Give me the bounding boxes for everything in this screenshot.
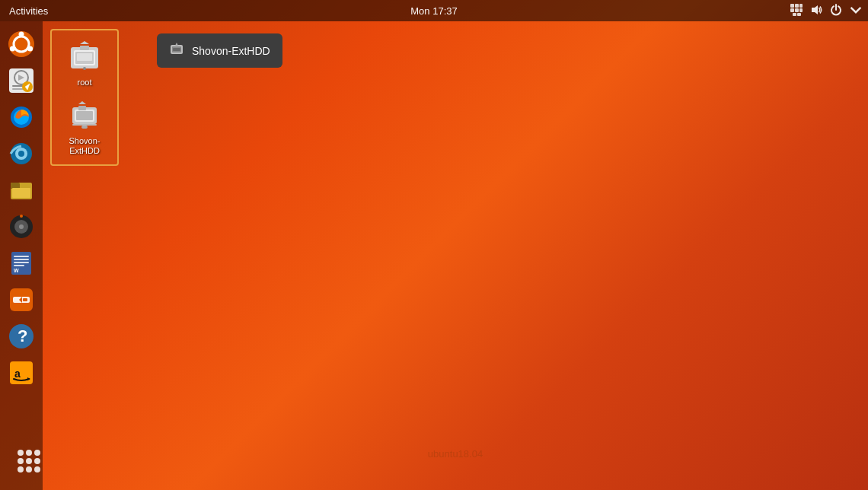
root-icon-label: root: [78, 78, 92, 88]
svg-rect-57: [80, 46, 89, 50]
desktop-icon-shovon-exthdd[interactable]: Shovon-ExtHDD: [54, 94, 115, 159]
svg-rect-66: [72, 124, 97, 126]
dock-item-ubuntu[interactable]: [5, 27, 38, 61]
svg-rect-51: [173, 48, 180, 51]
exthdd-drive-icon: [66, 97, 103, 133]
show-applications-button[interactable]: [15, 447, 43, 475]
system-menu-arrow-icon[interactable]: [850, 4, 862, 18]
svg-marker-52: [175, 43, 178, 46]
svg-rect-2: [799, 4, 803, 8]
svg-rect-6: [793, 13, 796, 16]
svg-rect-65: [81, 126, 88, 129]
appcenter-icon: [8, 286, 35, 313]
svg-marker-8: [812, 5, 818, 14]
svg-point-25: [18, 151, 24, 157]
svg-rect-7: [797, 13, 801, 16]
files-icon: [8, 177, 35, 204]
svg-text:W: W: [14, 268, 19, 273]
root-drive-icon: [66, 38, 103, 75]
svg-rect-0: [790, 4, 794, 8]
svg-rect-28: [11, 183, 20, 187]
svg-rect-29: [12, 188, 30, 198]
dock-item-appcenter[interactable]: [5, 283, 38, 317]
dock-item-help[interactable]: ?: [5, 320, 38, 353]
svg-point-11: [19, 32, 24, 37]
desktop: Shovon-ExtHDD root: [43, 21, 868, 490]
panel-left: Activities: [6, 5, 51, 17]
install-ubuntu-icon: [8, 67, 35, 94]
exthdd-icon-label: Shovon-ExtHDD: [57, 136, 112, 156]
desktop-icons-group: root Shovon-ExtHDD: [50, 29, 119, 166]
firefox-icon: [8, 103, 35, 131]
dock-item-files[interactable]: [5, 173, 38, 207]
svg-rect-38: [14, 265, 24, 266]
dock-item-amazon[interactable]: a: [5, 356, 38, 390]
amazon-icon: a: [8, 359, 35, 387]
help-icon: ?: [8, 323, 35, 350]
svg-marker-64: [78, 101, 86, 104]
network-icon[interactable]: [790, 4, 803, 18]
svg-marker-58: [80, 41, 89, 44]
svg-text:a: a: [14, 368, 21, 380]
panel-clock: Mon 17:37: [410, 5, 457, 17]
svg-rect-36: [14, 259, 29, 260]
dock-item-rhythmbox[interactable]: [5, 210, 38, 243]
apps-grid-icon: [18, 450, 40, 473]
svg-text:?: ?: [18, 326, 27, 345]
power-icon[interactable]: [830, 4, 842, 18]
svg-point-12: [27, 46, 33, 52]
dock-item-writer[interactable]: W: [5, 247, 38, 280]
watermark: ubuntu18.04: [428, 448, 483, 460]
svg-rect-5: [799, 8, 803, 12]
svg-rect-62: [76, 111, 93, 120]
ubuntu-logo-icon: [8, 30, 35, 58]
writer-icon: W: [8, 250, 35, 277]
dock-item-install-ubuntu[interactable]: [5, 64, 38, 97]
svg-rect-4: [795, 8, 799, 12]
top-panel: Activities Mon 17:37: [0, 0, 868, 21]
tooltip-drive-icon: [169, 41, 184, 60]
activities-button[interactable]: Activities: [6, 5, 51, 17]
svg-point-13: [10, 46, 15, 52]
svg-rect-56: [77, 53, 92, 61]
rhythmbox-icon: [8, 213, 35, 240]
svg-rect-43: [23, 298, 27, 301]
dock: W ? a: [0, 21, 43, 490]
dock-item-firefox[interactable]: [5, 100, 38, 134]
tooltip-text: Shovon-ExtHDD: [192, 45, 270, 57]
panel-right: [790, 4, 862, 18]
svg-point-59: [83, 67, 86, 70]
svg-rect-1: [795, 4, 799, 8]
svg-point-33: [20, 215, 23, 218]
svg-point-32: [19, 224, 24, 229]
thunderbird-icon: [8, 140, 35, 167]
drive-tooltip: Shovon-ExtHDD: [157, 33, 282, 68]
desktop-icon-root[interactable]: root: [54, 35, 115, 91]
svg-rect-3: [790, 8, 794, 12]
svg-rect-35: [14, 256, 29, 257]
dock-item-thunderbird[interactable]: [5, 137, 38, 170]
svg-rect-37: [14, 262, 29, 263]
svg-rect-63: [78, 106, 86, 110]
volume-icon[interactable]: [810, 4, 822, 18]
